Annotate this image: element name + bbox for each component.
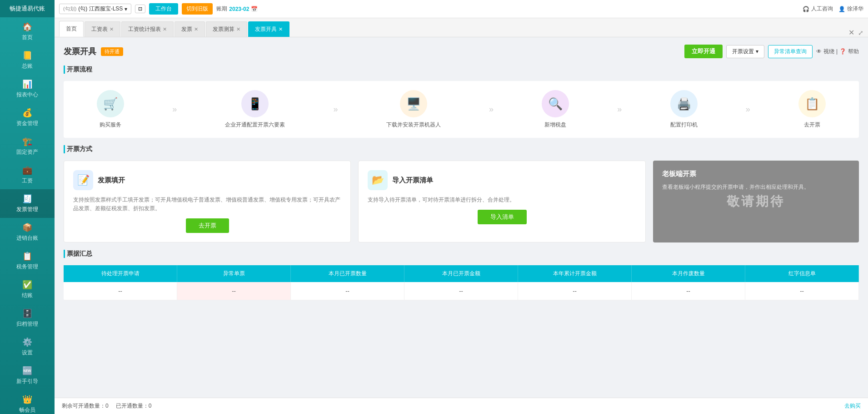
download-robot-icon: 🖥️ <box>400 90 427 117</box>
sidebar-funds-label: 资金管理 <box>16 120 38 127</box>
sidebar-item-member[interactable]: 👑 畅会员 <box>0 390 55 414</box>
sidebar-item-settings[interactable]: ⚙️ 设置 <box>0 333 55 361</box>
stats-cell-pending[interactable]: -- <box>64 282 177 300</box>
workflow-step-enterprise[interactable]: 📱 企业开通配置开票六要素 <box>225 90 285 129</box>
calendar-icon[interactable]: 📅 <box>251 6 258 12</box>
tab-salary-report-label: 工资统计报表 <box>128 25 161 33</box>
assets-icon: 🏗️ <box>22 136 32 146</box>
tab-home-label: 首页 <box>66 25 77 33</box>
invoice-icon: 🧾 <box>22 194 32 204</box>
stats-cell-month-count: -- <box>291 282 404 300</box>
open-settings-button[interactable]: 开票设置 ▾ <box>726 45 764 58</box>
workflow-step-open[interactable]: 📋 去开票 <box>798 90 826 129</box>
sidebar-purchase-label: 进销台账 <box>16 234 38 242</box>
buy-service-icon: 🛒 <box>97 90 124 117</box>
stats-header-month-count: 本月已开票数量 <box>291 265 404 282</box>
sidebar-item-ledger[interactable]: 📒 总账 <box>0 46 55 75</box>
workflow-step-printer[interactable]: 🖨️ 配置打印机 <box>670 90 698 129</box>
go-buy-button[interactable]: 去购买 <box>844 402 861 410</box>
open-settings-label: 开票设置 <box>732 48 754 56</box>
dropdown-arrow-icon: ▾ <box>756 48 758 55</box>
company-name: (勾) 江西服宝-LSS <box>78 5 123 13</box>
topbar-right: 🎧 人工咨询 👤 徐泽华 <box>803 5 863 13</box>
view-help-label: 👁 视绕 | ❓ 帮助 <box>816 48 859 56</box>
sidebar-guide-label: 新手引导 <box>16 378 38 385</box>
stats-header-void-count: 本月作废数量 <box>632 265 745 282</box>
sidebar-item-funds[interactable]: 💰 资金管理 <box>0 103 55 132</box>
method-import-icon: 📂 <box>368 170 388 190</box>
config-printer-label: 配置打印机 <box>670 121 698 129</box>
workflow-step-tax[interactable]: 🔍 新增税盘 <box>542 90 569 129</box>
sidebar-item-archive[interactable]: 🗄️ 归档管理 <box>0 304 55 333</box>
sidebar-item-settlement[interactable]: ✅ 结账 <box>0 275 55 304</box>
tab-maximize-icon[interactable]: ⤢ <box>858 29 863 36</box>
tab-salary-close[interactable]: ✕ <box>110 26 114 32</box>
tab-salary[interactable]: 工资表 ✕ <box>85 21 120 37</box>
method-import-desc: 支持导入待开票清单，可对待开票清单进行拆分、合并处理。 <box>368 196 636 204</box>
remaining-quota: 剩余可开通数量：0 <box>62 402 109 410</box>
tab-close-icon[interactable]: ✕ <box>848 28 854 37</box>
sidebar-item-invoice[interactable]: 🧾 发票管理 <box>0 189 55 218</box>
sidebar-salary-label: 工资 <box>22 177 33 185</box>
funds-icon: 💰 <box>22 108 32 118</box>
sidebar-item-home[interactable]: 🏠 首页 <box>0 17 55 46</box>
method-fill-desc: 支持按照发票样式手工填开发票；可开具增值税电子普通发票、增值税普通发票、增值税专… <box>73 196 341 213</box>
copy-button[interactable]: ⊡ <box>135 5 145 13</box>
tab-invoice-close[interactable]: ✕ <box>194 26 198 32</box>
tab-invoice-calc-label: 发票测算 <box>213 25 234 33</box>
open-now-button[interactable]: 立即开通 <box>684 45 723 58</box>
tab-invoice-calc-close[interactable]: ✕ <box>236 26 240 32</box>
salary-icon: 💼 <box>22 165 32 175</box>
sidebar-item-guide[interactable]: 🆕 新手引导 <box>0 361 55 390</box>
tab-invoice-calc[interactable]: 发票测算 ✕ <box>206 21 247 37</box>
sidebar-item-assets[interactable]: 🏗️ 固定资产 <box>0 132 55 161</box>
sidebar-item-tax[interactable]: 📋 税务管理 <box>0 247 55 275</box>
workflow-step-download[interactable]: 🖥️ 下载并安装开票机器人 <box>386 90 441 129</box>
stats-header-red-info: 红字信息单 <box>745 265 859 282</box>
download-robot-label: 下载并安装开票机器人 <box>386 121 441 129</box>
tabbar: 首页 工资表 ✕ 工资统计报表 ✕ 发票 ✕ 发票测算 ✕ 发票开具 ✕ ✕ ⤢ <box>55 18 868 37</box>
abnormal-query-button[interactable]: 异常清单查询 <box>768 45 813 58</box>
workflow-step-buy[interactable]: 🛒 购买服务 <box>97 90 124 129</box>
arrow-1: » <box>172 105 177 114</box>
sidebar-ledger-label: 总账 <box>22 62 33 70</box>
customer-service[interactable]: 🎧 人工咨询 <box>803 5 833 13</box>
user-profile[interactable]: 👤 徐泽华 <box>838 5 863 13</box>
stats-cell-red-info: -- <box>745 282 859 300</box>
stats-cell-month-amount: -- <box>404 282 518 300</box>
method-card-boss: 老板端开票 查看老板端小程序提交的开票申请，并作出相应处理和开具。 敬请期待 <box>653 161 859 242</box>
stats-header-pending: 待处理开票申请 <box>64 265 177 282</box>
tab-invoice-label: 发票 <box>181 25 192 33</box>
workbench-button[interactable]: 工作台 <box>149 3 178 15</box>
tab-invoice[interactable]: 发票 ✕ <box>175 21 205 37</box>
open-ticket-label: 去开票 <box>804 121 820 129</box>
stats-cell-abnormal[interactable]: -- <box>177 282 291 300</box>
tab-invoice-open-close[interactable]: ✕ <box>279 26 283 32</box>
sidebar-item-salary[interactable]: 💼 工资 <box>0 161 55 189</box>
tab-home[interactable]: 首页 <box>59 21 84 37</box>
sidebar-item-reports[interactable]: 📊 报表中心 <box>0 75 55 103</box>
arrow-4: » <box>617 105 622 114</box>
company-selector[interactable]: (勾划) (勾) 江西服宝-LSS ▾ <box>59 4 131 14</box>
tab-salary-report-close[interactable]: ✕ <box>163 26 167 32</box>
headset-icon: 🎧 <box>803 6 809 12</box>
arrow-3: » <box>489 105 494 114</box>
ticket-methods: 📝 发票填开 支持按照发票样式手工填开发票；可开具增值税电子普通发票、增值税普通… <box>64 161 859 242</box>
tax-icon: 📋 <box>22 251 32 261</box>
tab-invoice-open[interactable]: 发票开具 ✕ <box>248 21 289 37</box>
eye-icon: 👁 <box>816 48 822 55</box>
tab-salary-report[interactable]: 工资统计报表 ✕ <box>121 21 174 37</box>
home-icon: 🏠 <box>22 22 32 32</box>
status-badge: 待开通 <box>101 47 123 56</box>
old-version-button[interactable]: 切到旧版 <box>182 3 213 15</box>
sidebar-archive-label: 归档管理 <box>16 320 38 328</box>
sidebar-item-purchase-sales[interactable]: 📦 进销台账 <box>0 218 55 247</box>
page-header: 发票开具 待开通 立即开通 开票设置 ▾ 异常清单查询 👁 视绕 | ❓ 帮助 <box>64 45 859 58</box>
method-import-header: 📂 导入开票清单 <box>368 170 636 190</box>
divider: | <box>836 48 838 55</box>
chevron-down-icon: ▾ <box>125 6 127 12</box>
go-open-ticket-button[interactable]: 去开票 <box>186 218 229 233</box>
user-avatar-icon: 👤 <box>838 6 845 12</box>
import-list-button[interactable]: 导入清单 <box>478 210 527 224</box>
tab-salary-label: 工资表 <box>91 25 108 33</box>
